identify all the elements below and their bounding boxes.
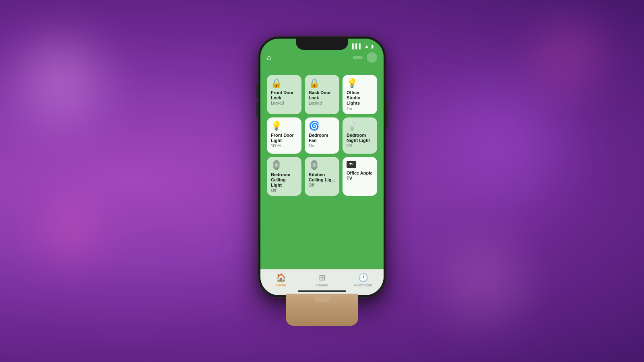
phone-stand: ▌▌▌ ▲ ▮ ⌂ [258,36,386,326]
accessory-name: Office Apple TV [347,171,373,181]
tab-label-automation: Automation [354,283,372,287]
home-nav-icon: ⌂ [267,53,271,62]
accessory-status: On [309,144,314,148]
bokeh-blob-3 [443,80,564,201]
accessory-name: Bedroom Fan [309,133,335,143]
home-bar [298,290,346,292]
battery-icon: ▮ [371,43,374,49]
accessory-name: Bedroom Ceiling Light [271,172,297,188]
signal-icon: ▌▌▌ [352,43,363,49]
accessory-status: Off [309,183,314,187]
tab-bar: 🏠 Home ⊞ Rooms 🕐 Automation [260,269,384,289]
accessory-card-back-door-lock[interactable]: 🔒 Back Door Lock Locked [305,75,339,114]
accessory-name: Front Door Light [271,133,297,143]
accessory-status: Locked [309,101,322,105]
accessory-card-bedroom-ceiling-light[interactable]: 🏮 Bedroom Ceiling Light Off [267,157,301,196]
accessory-name: Front Door Lock [271,90,297,101]
bulb-off-icon: 💡 [347,121,357,130]
phone-notch [296,39,348,50]
accessory-status: Locked [271,101,284,105]
ceiling-light-icon: 🏮 [309,161,320,170]
accessory-name: Office Studio Lights [347,90,373,106]
accessory-status: Off [271,189,276,193]
accessory-card-bedroom-night-light[interactable]: 💡 Bedroom Night Light Off [343,117,377,154]
nav-actions [353,52,377,63]
wifi-icon: ▲ [364,43,369,49]
tab-icon-rooms: ⊞ [319,273,326,282]
accessory-name: Back Door Lock [309,90,335,101]
tab-rooms[interactable]: ⊞ Rooms [310,273,334,287]
bokeh-blob-2 [40,201,101,261]
bokeh-blob-1 [20,40,101,121]
status-icons: ▌▌▌ ▲ ▮ [352,43,374,49]
bulb-on-icon: 💡 [347,79,357,88]
accessory-status: Off [347,144,352,148]
accessory-card-kitchen-ceiling-light[interactable]: 🏮 Kitchen Ceiling Lig... Off [305,157,339,196]
accessory-card-front-door-light[interactable]: 💡 Front Door Light 100% [267,117,301,154]
accessories-grid: 🔒 Front Door Lock Locked 🔒 Back Door Loc… [267,75,377,196]
appletv-icon: TV [347,161,356,168]
nav-bar: ⌂ [260,51,384,65]
tab-icon-automation: 🕐 [358,273,368,282]
tab-automation[interactable]: 🕐 Automation [351,273,375,287]
accessory-card-office-apple-tv[interactable]: TV Office Apple TV [343,157,377,196]
bulb-on-icon: 💡 [271,121,282,130]
tab-icon-home: 🏠 [276,273,286,282]
edit-button[interactable] [353,56,363,59]
lock-icon: 🔒 [309,79,320,88]
tab-label-rooms: Rooms [316,283,328,287]
fan-icon: 🌀 [309,121,320,130]
phone-screen: ▌▌▌ ▲ ▮ ⌂ [260,39,384,295]
tab-home[interactable]: 🏠 Home [269,273,293,287]
accessory-card-bedroom-fan[interactable]: 🌀 Bedroom Fan On [305,117,339,154]
accessory-name: Bedroom Night Light [347,133,373,143]
phone-body: ▌▌▌ ▲ ▮ ⌂ [258,36,386,298]
add-button[interactable] [367,52,377,63]
accessory-name: Kitchen Ceiling Lig... [309,172,335,183]
tab-label-home: Home [276,283,286,287]
content-area: 🔒 Front Door Lock Locked 🔒 Back Door Loc… [260,65,384,269]
bokeh-blob-5 [531,20,604,93]
accessory-card-front-door-lock[interactable]: 🔒 Front Door Lock Locked [267,75,301,114]
lock-icon: 🔒 [271,79,282,88]
accessory-card-office-studio-lights[interactable]: 💡 Office Studio Lights On [343,75,377,114]
accessory-status: On [347,107,352,111]
bokeh-blob-4 [443,241,523,322]
ceiling-light-icon: 🏮 [271,161,282,170]
accessory-status: 100% [271,144,281,148]
phone-stand-base [286,294,358,326]
